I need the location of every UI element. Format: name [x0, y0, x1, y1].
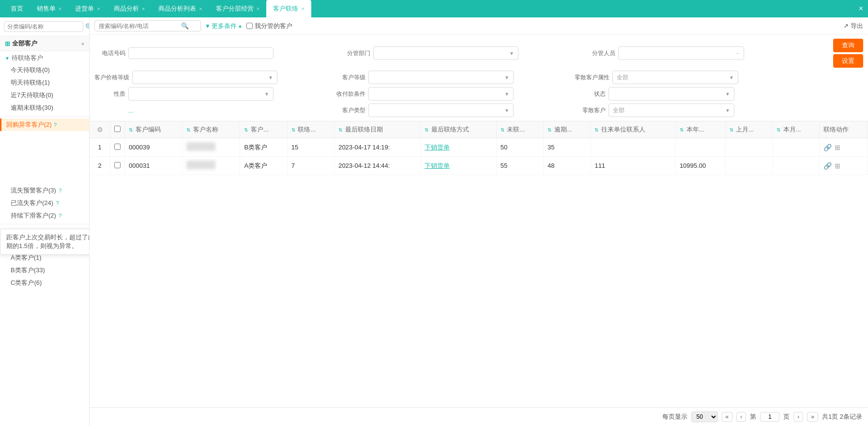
next-page-button[interactable]: › [793, 412, 803, 422]
window-close-button[interactable]: × [859, 4, 863, 13]
sidebar-item-overdue[interactable]: 逾期未联络(30) [0, 102, 89, 114]
more-conditions-btn[interactable]: ▼ 更多条件 ▲ [205, 22, 243, 30]
nav-item-purchase[interactable]: 进货单 × [68, 0, 107, 17]
cell-last-method-0[interactable]: 下销货单 [421, 138, 497, 157]
col-sort-icon-last-date[interactable]: ⇅ [338, 127, 342, 132]
col-sort-icon-code[interactable]: ⇅ [129, 127, 133, 132]
per-page-select[interactable]: 50 10 20 100 [691, 411, 718, 422]
nav-item-sales[interactable]: 销售单 × [30, 0, 68, 17]
price-level-select[interactable]: ▼ [132, 71, 277, 84]
col-label-last-method: 最后联络方式 [431, 126, 469, 133]
row-action-link-icon-0[interactable]: 🔗 [823, 144, 832, 151]
settings-button[interactable]: 设置 [833, 54, 863, 68]
nav-close-customer-contact[interactable]: × [301, 6, 304, 12]
sidebar-item-churned[interactable]: 已流失客户(24) ? [0, 197, 89, 209]
nav-item-customer-tier[interactable]: 客户分层经营 × [209, 0, 266, 17]
cell-overdue-0: 35 [544, 138, 591, 157]
nav-close-customer-tier[interactable]: × [257, 6, 259, 12]
phone-input[interactable] [128, 47, 274, 59]
cell-action-0: 🔗 ⊞ [820, 138, 868, 157]
more-button[interactable]: ... [128, 104, 134, 117]
last-page-button[interactable]: » [807, 412, 818, 422]
declining-help-icon[interactable]: ? [59, 213, 61, 219]
last-method-link-1[interactable]: 下销货单 [425, 162, 450, 169]
col-sort-icon-contact[interactable]: ⇅ [291, 127, 295, 132]
col-sort-icon-contact2[interactable]: ⇅ [594, 127, 598, 132]
repurchase-help-icon[interactable]: ? [54, 122, 57, 128]
dept-select[interactable]: ▼ [373, 46, 518, 60]
name-blur-1 [186, 161, 215, 169]
filter-field-nature: 性质 ▼ [94, 87, 331, 101]
col-label-uncontacted: 未联... [507, 126, 525, 133]
nav-close-analysis[interactable]: × [142, 6, 145, 12]
cell-last-month-1 [725, 157, 772, 175]
search-input[interactable] [99, 23, 181, 29]
collapse-icon[interactable]: » [81, 41, 84, 46]
prev-page-button[interactable]: ‹ [736, 412, 746, 422]
select-all-checkbox[interactable] [114, 126, 121, 132]
nav-item-analysis[interactable]: 商品分析 × [107, 0, 152, 17]
nav-label-sales: 销售单 [37, 4, 56, 13]
row-checkbox-0[interactable] [114, 144, 121, 150]
cell-checkbox-1[interactable] [110, 157, 125, 175]
sidebar-search-icon[interactable]: 🔍 [85, 23, 90, 30]
retail-cust-select[interactable]: 全部 ▼ [609, 103, 734, 117]
sidebar-group-pending[interactable]: ▼ 待联络客户 [0, 51, 89, 64]
cell-level-1: A类客户 [240, 157, 287, 175]
query-button[interactable]: 查询 [833, 39, 863, 52]
sidebar-item-declining[interactable]: 持续下滑客户(2) ? [0, 209, 89, 222]
col-sort-icon-uncontacted[interactable]: ⇅ [501, 127, 504, 132]
sidebar-item-class-c[interactable]: C类客户(6) [0, 277, 89, 289]
nav-close-sales[interactable]: × [59, 6, 61, 12]
my-customers-checkbox[interactable] [246, 23, 253, 29]
row-action-grid-icon-1[interactable]: ⊞ [835, 162, 840, 170]
payment-select[interactable]: ▼ [368, 87, 514, 101]
manager-select[interactable]: ··· [618, 46, 744, 60]
nav-close-analysis-list[interactable]: × [199, 6, 202, 12]
nav-item-home[interactable]: 首页 [4, 0, 30, 17]
col-sort-icon-last-month[interactable]: ⇅ [730, 127, 733, 132]
export-label: 导出 [851, 22, 863, 30]
sidebar-item-churn-warning[interactable]: 流失预警客户(3) ? [0, 184, 89, 197]
sidebar-search-input[interactable] [4, 21, 83, 32]
first-page-button[interactable]: « [722, 412, 733, 422]
row-action-link-icon-1[interactable]: 🔗 [823, 162, 832, 170]
nature-select[interactable]: ▼ [128, 87, 274, 101]
status-select[interactable]: ▼ [609, 87, 734, 101]
page-input[interactable] [760, 412, 779, 422]
cust-type-select[interactable]: ▼ [368, 103, 514, 117]
sidebar-item-today[interactable]: 今天待联络(0) [0, 64, 89, 76]
expand-icon: ▼ [5, 56, 10, 61]
churned-help-icon[interactable]: ? [56, 200, 59, 206]
cust-level-select[interactable]: ▼ [368, 71, 514, 84]
col-sort-icon-name[interactable]: ⇅ [186, 127, 190, 132]
sidebar-all-customers[interactable]: ⊞ 全部客户 » [0, 36, 89, 51]
search-icon[interactable]: 🔍 [181, 22, 189, 29]
col-sort-icon-this-year[interactable]: ⇅ [680, 127, 684, 132]
col-sort-icon-last-method[interactable]: ⇅ [425, 127, 428, 132]
cell-this-year-0 [675, 138, 725, 157]
sidebar-item-7days[interactable]: 近7天待联络(0) [0, 89, 89, 102]
table-settings-icon[interactable]: ⚙ [97, 126, 103, 133]
sidebar-item-repurchase-abnormal[interactable]: 回购异常客户(2) ? [0, 118, 89, 131]
nav-item-analysis-list[interactable]: 商品分析列表 × [152, 0, 209, 17]
export-button[interactable]: ↗ 导出 [843, 22, 863, 30]
cell-last-method-1[interactable]: 下销货单 [421, 157, 497, 175]
col-sort-icon-level[interactable]: ⇅ [244, 127, 248, 132]
col-sort-icon-overdue[interactable]: ⇅ [548, 127, 551, 132]
churn-warning-help-icon[interactable]: ? [59, 188, 61, 193]
row-checkbox-1[interactable] [114, 162, 121, 168]
nav-item-customer-contact[interactable]: 客户联络 × [266, 0, 311, 17]
col-label-contact2: 往来单位联系人 [601, 126, 645, 133]
last-method-link-0[interactable]: 下销货单 [425, 144, 450, 151]
col-sort-icon-this-month[interactable]: ⇅ [777, 127, 780, 132]
cell-last-month-0 [725, 138, 772, 157]
cust-type-label: 客户类型 [335, 106, 368, 115]
nav-close-purchase[interactable]: × [97, 6, 100, 12]
sidebar-item-class-b[interactable]: B类客户(33) [0, 264, 89, 277]
retail-attr-select[interactable]: 全部 ▼ [612, 71, 738, 84]
sidebar-item-tomorrow[interactable]: 明天待联络(1) [0, 76, 89, 89]
filter-field-phone: 电话号码 [94, 47, 335, 59]
row-action-grid-icon-0[interactable]: ⊞ [835, 144, 840, 151]
cell-checkbox-0[interactable] [110, 138, 125, 157]
